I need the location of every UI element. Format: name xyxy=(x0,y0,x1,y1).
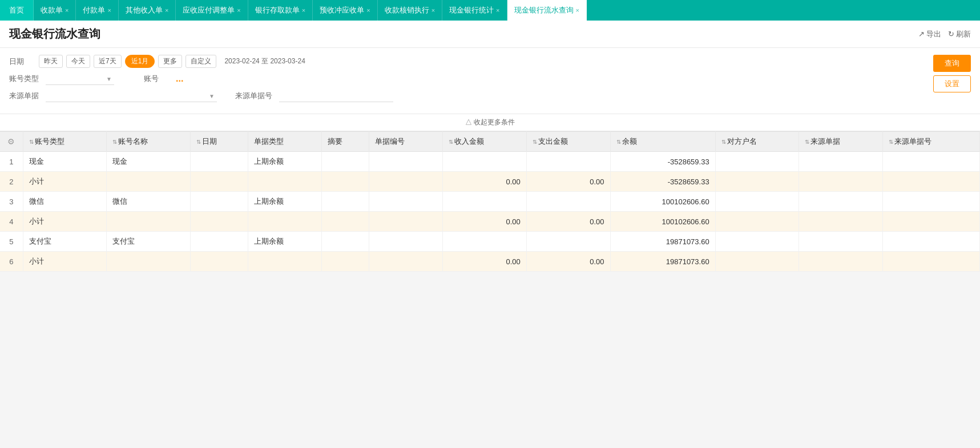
export-icon: ↗ xyxy=(918,30,925,38)
close-icon[interactable]: × xyxy=(366,7,370,14)
cell-date xyxy=(191,172,248,192)
cell-balance: 19871073.60 xyxy=(610,232,715,252)
cell-income: 0.00 xyxy=(443,212,527,232)
date-btn-昨天[interactable]: 昨天 xyxy=(39,55,63,68)
source-doc-select[interactable] xyxy=(46,90,217,102)
query-button[interactable]: 查询 xyxy=(933,55,971,72)
col-header-src_doc_no[interactable]: ⇅来源单据号 xyxy=(883,132,980,152)
cell-src_doc xyxy=(799,232,883,252)
dots-btn[interactable]: ... xyxy=(176,74,183,84)
col-header-date[interactable]: ⇅日期 xyxy=(191,132,248,152)
cell-summary xyxy=(321,232,369,252)
cell-summary xyxy=(321,192,369,212)
close-icon[interactable]: × xyxy=(237,7,240,14)
close-icon[interactable]: × xyxy=(576,7,579,14)
date-btn-自定义[interactable]: 自定义 xyxy=(185,55,216,68)
collapse-label: △ 收起更多条件 xyxy=(465,118,515,126)
date-btn-近7天[interactable]: 近7天 xyxy=(94,55,122,68)
cell-acct_type: 现金 xyxy=(23,152,107,172)
account-type-label: 账号类型 xyxy=(9,74,39,84)
cell-income xyxy=(443,152,527,172)
refresh-label: 刷新 xyxy=(956,29,971,39)
cell-counterpart xyxy=(715,212,799,232)
filter-left: 日期 昨天今天近7天近1月更多自定义 2023-02-24 至 2023-03-… xyxy=(9,55,913,107)
cell-income: 0.00 xyxy=(443,252,527,272)
table-container: ⚙⇅账号类型⇅账号名称⇅日期单据类型摘要单据编号⇅收入金额⇅支出金额⇅余额⇅对方… xyxy=(0,131,980,272)
cell-income xyxy=(443,232,527,252)
table-row: 5支付宝支付宝上期余额19871073.60 xyxy=(0,232,980,252)
close-icon[interactable]: × xyxy=(496,7,499,14)
cell-balance: 19871073.60 xyxy=(610,252,715,272)
cell-counterpart xyxy=(715,172,799,192)
col-header-doc_no: 单据编号 xyxy=(369,132,442,152)
date-btn-今天[interactable]: 今天 xyxy=(66,55,90,68)
cell-acct_type: 小计 xyxy=(23,252,107,272)
date-filter-group: 日期 昨天今天近7天近1月更多自定义 2023-02-24 至 2023-03-… xyxy=(9,55,913,68)
collapse-bar[interactable]: △ 收起更多条件 xyxy=(0,114,980,131)
account-type-select[interactable] xyxy=(46,72,114,85)
nav-tab-现金银行流水查询[interactable]: 现金银行流水查询× xyxy=(507,0,587,21)
nav-tab-应收应付调整单[interactable]: 应收应付调整单× xyxy=(176,0,248,21)
cell-expense: 0.00 xyxy=(526,212,610,232)
nav-tab-收款核销执行[interactable]: 收款核销执行× xyxy=(378,0,442,21)
cell-acct_name: 微信 xyxy=(107,192,191,212)
page-header: 现金银行流水查询 ↗ 导出 ↻ 刷新 xyxy=(0,21,980,48)
col-header-acct_name[interactable]: ⇅账号名称 xyxy=(107,132,191,152)
cell-acct_name: 现金 xyxy=(107,152,191,172)
cell-doc_no xyxy=(369,172,442,192)
col-header-balance[interactable]: ⇅余额 xyxy=(610,132,715,152)
cell-src_doc_no xyxy=(883,152,980,172)
close-icon[interactable]: × xyxy=(107,7,111,14)
close-icon[interactable]: × xyxy=(165,7,168,14)
sort-icon: ⇅ xyxy=(805,139,809,145)
col-header-src_doc[interactable]: ⇅来源单据 xyxy=(799,132,883,152)
refresh-link[interactable]: ↻ 刷新 xyxy=(948,29,971,39)
sort-icon: ⇅ xyxy=(449,139,453,145)
cell-doc_type xyxy=(248,172,321,192)
col-header-expense[interactable]: ⇅支出金额 xyxy=(526,132,610,152)
date-options: 昨天今天近7天近1月更多自定义 xyxy=(39,55,216,68)
top-nav: 首页 收款单×付款单×其他收入单×应收应付调整单×银行存取款单×预收冲应收单×收… xyxy=(0,0,980,21)
source-doc-no-input[interactable] xyxy=(279,90,393,102)
cell-expense xyxy=(526,192,610,212)
nav-home[interactable]: 首页 xyxy=(0,0,34,21)
cell-counterpart xyxy=(715,252,799,272)
cell-id: 5 xyxy=(0,232,23,252)
cell-date xyxy=(191,192,248,212)
cell-doc_no xyxy=(369,192,442,212)
cell-summary xyxy=(321,212,369,232)
col-header-acct_type[interactable]: ⇅账号类型 xyxy=(23,132,107,152)
cell-src_doc_no xyxy=(883,172,980,192)
home-label: 首页 xyxy=(9,5,24,15)
close-icon[interactable]: × xyxy=(302,7,305,14)
date-btn-更多[interactable]: 更多 xyxy=(158,55,182,68)
gear-icon[interactable]: ⚙ xyxy=(7,137,15,146)
cell-income xyxy=(443,192,527,212)
close-icon[interactable]: × xyxy=(431,7,435,14)
cell-date xyxy=(191,152,248,172)
nav-tab-现金银行统计[interactable]: 现金银行统计× xyxy=(442,0,507,21)
export-link[interactable]: ↗ 导出 xyxy=(918,29,941,39)
col-header-gear: ⚙ xyxy=(0,132,23,152)
col-header-income[interactable]: ⇅收入金额 xyxy=(443,132,527,152)
cell-src_doc xyxy=(799,152,883,172)
close-icon[interactable]: × xyxy=(65,7,68,14)
cell-balance: -3528659.33 xyxy=(610,172,715,192)
cell-id: 6 xyxy=(0,252,23,272)
cell-acct_name xyxy=(107,252,191,272)
nav-tab-其他收入单[interactable]: 其他收入单× xyxy=(119,0,176,21)
cell-acct_type: 微信 xyxy=(23,192,107,212)
nav-tab-付款单[interactable]: 付款单× xyxy=(76,0,118,21)
cell-counterpart xyxy=(715,232,799,252)
col-header-counterpart[interactable]: ⇅对方户名 xyxy=(715,132,799,152)
nav-tab-收款单[interactable]: 收款单× xyxy=(34,0,76,21)
cell-balance: 100102606.60 xyxy=(610,212,715,232)
table-row: 4小计0.000.00100102606.60 xyxy=(0,212,980,232)
cell-src_doc_no xyxy=(883,192,980,212)
cell-counterpart xyxy=(715,152,799,172)
nav-tab-银行存取款单[interactable]: 银行存取款单× xyxy=(248,0,313,21)
cell-src_doc xyxy=(799,192,883,212)
settings-button[interactable]: 设置 xyxy=(933,75,971,92)
nav-tab-预收冲应收单[interactable]: 预收冲应收单× xyxy=(313,0,377,21)
date-btn-近1月[interactable]: 近1月 xyxy=(125,55,155,68)
